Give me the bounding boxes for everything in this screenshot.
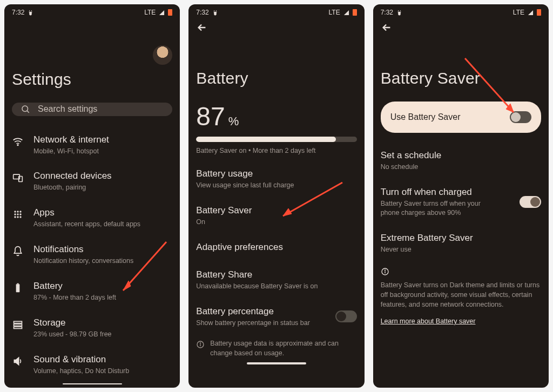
- item-title: Turn off when charged: [381, 187, 514, 198]
- item-title: Apps: [33, 207, 172, 218]
- item-title: Notifications: [33, 244, 172, 255]
- svg-point-0: [22, 106, 28, 112]
- svg-point-7: [19, 211, 21, 213]
- svg-point-9: [17, 214, 18, 215]
- phone-battery: 7:32 LTE Battery 87 % Battery Saver on •…: [188, 4, 364, 388]
- arrow-back-icon: [381, 22, 393, 33]
- settings-item-battery[interactable]: Battery87% - More than 2 days left: [4, 273, 180, 310]
- profile-avatar[interactable]: [153, 45, 172, 65]
- nav-bar[interactable]: [63, 383, 122, 384]
- arrow-back-icon: [196, 22, 208, 33]
- svg-point-23: [200, 343, 201, 343]
- battery-percentage-toggle[interactable]: [335, 310, 357, 322]
- battery-usage-item[interactable]: Battery usage View usage since last full…: [188, 161, 364, 198]
- plug-icon: [28, 10, 33, 16]
- svg-rect-16: [14, 321, 22, 323]
- use-battery-saver-card[interactable]: Use Battery Saver: [381, 102, 541, 133]
- svg-point-12: [17, 217, 18, 218]
- turn-off-charged-toggle[interactable]: [520, 196, 541, 208]
- svg-point-13: [19, 217, 21, 218]
- settings-item-sound[interactable]: Sound & vibrationVolume, haptics, Do Not…: [4, 347, 180, 383]
- battery-icon: [353, 9, 357, 16]
- use-battery-saver-toggle[interactable]: [510, 111, 531, 123]
- set-schedule-item[interactable]: Set a schedule No schedule: [373, 143, 549, 179]
- battery-icon: [168, 9, 172, 16]
- svg-rect-18: [14, 327, 22, 328]
- svg-point-2: [17, 144, 18, 145]
- item-title: Storage: [33, 317, 172, 328]
- info-icon: [381, 267, 389, 276]
- statusbar: 7:32 LTE: [373, 4, 549, 18]
- item-sub: 23% used - 98.79 GB free: [33, 330, 172, 339]
- search-input[interactable]: Search settings: [12, 103, 172, 116]
- extreme-saver-item[interactable]: Extreme Battery Saver Never use: [373, 225, 549, 262]
- volume-icon: [12, 356, 23, 367]
- item-sub: Show battery percentage in status bar: [196, 319, 329, 328]
- status-network: LTE: [329, 9, 340, 16]
- learn-more-link[interactable]: Learn more about Battery saver: [381, 317, 476, 325]
- info-icon-row: [373, 262, 549, 280]
- settings-item-apps[interactable]: AppsAssistant, recent apps, default apps: [4, 200, 180, 236]
- nav-bar[interactable]: [247, 362, 306, 364]
- item-sub: Unavailable because Battery Saver is on: [196, 282, 356, 291]
- settings-item-storage[interactable]: Storage23% used - 98.79 GB free: [4, 310, 180, 347]
- status-network: LTE: [513, 9, 524, 16]
- settings-item-network[interactable]: Network & internetMobile, Wi-Fi, hotspot: [4, 127, 180, 164]
- item-sub: On: [196, 218, 356, 227]
- item-sub: Mobile, Wi-Fi, hotspot: [33, 147, 172, 156]
- settings-item-connected[interactable]: Connected devicesBluetooth, pairing: [4, 163, 180, 200]
- item-sub: Never use: [381, 245, 541, 254]
- status-network: LTE: [144, 9, 156, 16]
- signal-icon: [343, 10, 349, 16]
- svg-point-6: [17, 211, 18, 213]
- battery-share-item[interactable]: Battery Share Unavailable because Batter…: [188, 262, 364, 299]
- search-icon: [21, 104, 30, 114]
- statusbar: 7:32 LTE: [188, 4, 364, 18]
- battery-status-line: Battery Saver on • More than 2 days left: [188, 146, 364, 161]
- turn-off-charged-item[interactable]: Turn off when charged Battery Saver turn…: [373, 179, 549, 225]
- battery-percentage-item[interactable]: Battery percentage Show battery percenta…: [188, 299, 364, 335]
- percent-symbol: %: [228, 114, 239, 129]
- wifi-icon: [12, 136, 23, 147]
- item-title: Sound & vibration: [33, 354, 172, 365]
- phone-battery-saver: 7:32 LTE Battery Saver Use Battery Saver…: [373, 4, 549, 388]
- status-time: 7:32: [12, 9, 24, 16]
- phone-settings: 7:32 LTE Settings Search settings Networ…: [4, 4, 180, 388]
- page-title: Battery Saver: [373, 37, 549, 102]
- item-sub: 87% - More than 2 days left: [33, 293, 172, 302]
- item-title: Battery Share: [196, 269, 356, 280]
- svg-point-10: [19, 214, 21, 215]
- plug-icon: [212, 10, 218, 16]
- svg-point-5: [14, 211, 16, 213]
- svg-line-1: [27, 111, 29, 113]
- bell-icon: [12, 246, 23, 256]
- svg-point-28: [385, 269, 385, 270]
- svg-rect-17: [14, 324, 22, 326]
- item-sub: No schedule: [381, 163, 541, 172]
- item-title: Set a schedule: [381, 150, 541, 161]
- status-time: 7:32: [196, 9, 208, 16]
- item-sub: Assistant, recent apps, default apps: [33, 220, 172, 229]
- svg-point-8: [14, 214, 16, 215]
- item-sub: Volume, haptics, Do Not Disturb: [33, 367, 172, 376]
- page-title: Battery: [188, 37, 364, 102]
- use-battery-saver-label: Use Battery Saver: [390, 112, 461, 122]
- search-placeholder: Search settings: [38, 104, 97, 114]
- item-sub: Bluetooth, pairing: [33, 183, 172, 192]
- battery-percent-display: 87 %: [188, 102, 364, 131]
- item-sub: Notification history, conversations: [33, 256, 172, 266]
- back-button[interactable]: [188, 18, 364, 37]
- plug-icon: [396, 10, 402, 16]
- battery-icon: [12, 282, 23, 293]
- apps-icon: [12, 209, 23, 220]
- adaptive-pref-item[interactable]: Adaptive preferences: [188, 234, 364, 262]
- svg-point-11: [14, 217, 16, 218]
- item-sub: View usage since last full charge: [196, 181, 356, 190]
- battery-progress: [196, 137, 356, 142]
- battery-saver-item[interactable]: Battery Saver On: [188, 198, 364, 234]
- item-title: Network & internet: [33, 134, 172, 145]
- item-title: Battery usage: [196, 168, 356, 179]
- settings-item-notifications[interactable]: NotificationsNotification history, conve…: [4, 236, 180, 273]
- battery-icon: [537, 9, 541, 16]
- back-button[interactable]: [373, 18, 549, 37]
